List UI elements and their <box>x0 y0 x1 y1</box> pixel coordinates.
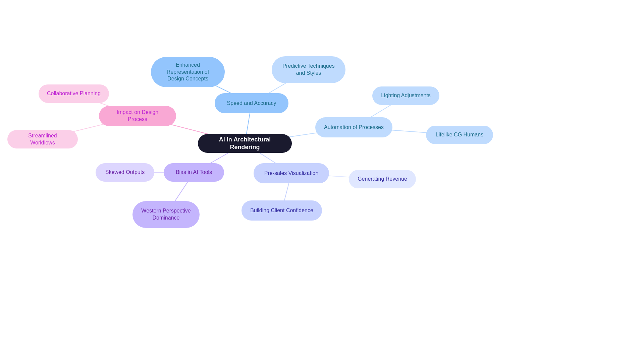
lifelike-cg-node: Lifelike CG Humans <box>426 126 493 144</box>
automation-label: Automation of Processes <box>324 124 384 131</box>
skewed-outputs-node: Skewed Outputs <box>96 163 154 182</box>
speed-accuracy-node: Speed and Accuracy <box>215 93 288 113</box>
presales-visualization-label: Pre-sales Visualization <box>264 170 319 177</box>
enhanced-representation-label: Enhanced Representation of Design Concep… <box>159 62 217 82</box>
streamlined-workflows-node: Streamlined Workflows <box>7 130 78 148</box>
presales-visualization-node: Pre-sales Visualization <box>254 163 329 183</box>
bias-ai-tools-node: Bias in AI Tools <box>164 163 224 182</box>
generating-revenue-node: Generating Revenue <box>349 170 416 188</box>
collaborative-planning-label: Collaborative Planning <box>47 90 101 97</box>
automation-node: Automation of Processes <box>315 117 392 137</box>
streamlined-workflows-label: Streamlined Workflows <box>15 132 70 146</box>
skewed-outputs-label: Skewed Outputs <box>105 169 145 176</box>
center-label: AI in Architectural Rendering <box>211 136 278 152</box>
western-perspective-node: Western Perspective Dominance <box>132 201 200 228</box>
collaborative-planning-node: Collaborative Planning <box>39 84 109 103</box>
predictive-techniques-label: Predictive Techniques and Styles <box>280 63 337 77</box>
impact-design-label: Impact on Design Process <box>107 109 168 123</box>
lighting-adjustments-node: Lighting Adjustments <box>372 86 439 105</box>
generating-revenue-label: Generating Revenue <box>358 176 407 183</box>
speed-accuracy-label: Speed and Accuracy <box>227 100 276 107</box>
center-node: AI in Architectural Rendering <box>198 134 292 153</box>
building-client-confidence-node: Building Client Confidence <box>241 200 322 221</box>
western-perspective-label: Western Perspective Dominance <box>141 207 192 222</box>
bias-ai-tools-label: Bias in AI Tools <box>176 169 212 176</box>
impact-design-node: Impact on Design Process <box>99 106 176 126</box>
lighting-adjustments-label: Lighting Adjustments <box>381 92 431 99</box>
lifelike-cg-label: Lifelike CG Humans <box>436 131 483 138</box>
building-client-confidence-label: Building Client Confidence <box>250 207 313 214</box>
predictive-techniques-node: Predictive Techniques and Styles <box>272 56 345 83</box>
enhanced-representation-node: Enhanced Representation of Design Concep… <box>151 57 225 87</box>
